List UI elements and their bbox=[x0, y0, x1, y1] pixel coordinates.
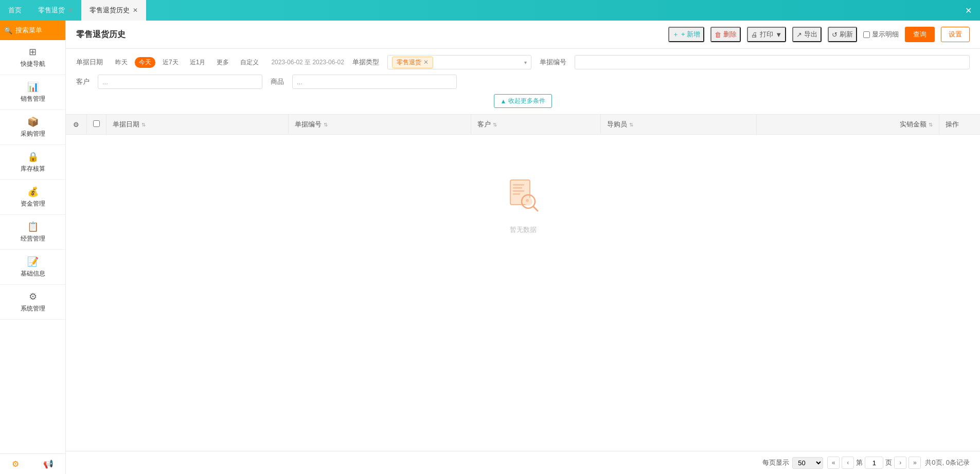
sidebar-settings-icon[interactable]: ⚙ bbox=[12, 459, 19, 469]
th-no[interactable]: 单据编号 ⇅ bbox=[289, 115, 471, 135]
date-today-btn[interactable]: 今天 bbox=[135, 57, 155, 68]
search-icon: 🔍 bbox=[4, 27, 12, 34]
page-nav: « ‹ 第 页 › » bbox=[827, 457, 921, 469]
export-icon: ↗ bbox=[796, 31, 802, 39]
sidebar-speaker-icon[interactable]: 📢 bbox=[43, 459, 54, 469]
page-size-dropdown[interactable]: 50 100 200 bbox=[792, 457, 823, 469]
tab-list: 首页 零售退货 ✕ 零售退货历史 ✕ bbox=[0, 0, 957, 21]
basic-info-icon: 📝 bbox=[27, 256, 39, 267]
page-total-text: 共0页, 0条记录 bbox=[925, 458, 970, 467]
page-title: 零售退货历史 bbox=[76, 29, 126, 40]
sidebar-item-quick-nav[interactable]: ⊞ 快捷导航 bbox=[0, 40, 65, 75]
table-body: 暂无数据 bbox=[66, 135, 980, 276]
svg-rect-2 bbox=[513, 187, 522, 189]
goods-select[interactable]: ... bbox=[292, 75, 457, 89]
show-detail-checkbox[interactable] bbox=[863, 31, 870, 38]
tab-retail-return-history-close[interactable]: ✕ bbox=[133, 7, 138, 14]
collapse-icon: ▲ bbox=[501, 98, 507, 105]
collapse-button[interactable]: ▲ 收起更多条件 bbox=[494, 94, 553, 108]
empty-illustration bbox=[503, 176, 544, 217]
th-guide[interactable]: 导购员 ⇅ bbox=[600, 115, 756, 135]
amount-sort-icon: ⇅ bbox=[929, 122, 933, 127]
settings-button[interactable]: 设置 bbox=[941, 27, 970, 42]
tab-retail-return-close[interactable]: ✕ bbox=[68, 7, 73, 14]
last-page-btn[interactable]: » bbox=[908, 457, 921, 469]
sidebar-item-operation-mgmt[interactable]: 📋 经营管理 bbox=[0, 215, 65, 250]
inventory-icon: 🔒 bbox=[27, 151, 39, 162]
tab-retail-return-history[interactable]: 零售退货历史 ✕ bbox=[81, 0, 146, 21]
main-layout: 🔍 搜索菜单 ⊞ 快捷导航 📊 销售管理 📦 采购管理 🔒 库存核算 💰 资金管… bbox=[0, 21, 980, 474]
first-page-btn[interactable]: « bbox=[827, 457, 840, 469]
date-label: 单据日期 bbox=[76, 58, 103, 67]
tab-retail-return[interactable]: 零售退货 ✕ bbox=[30, 0, 81, 21]
voucher-type-select[interactable]: 零售退货 ✕ ▾ bbox=[387, 55, 531, 69]
purchase-mgmt-icon: 📦 bbox=[27, 116, 39, 127]
date-7days-btn[interactable]: 近7天 bbox=[158, 57, 183, 68]
show-detail-checkbox-label[interactable]: 显示明细 bbox=[863, 30, 899, 39]
page-size-select: 每页显示 50 100 200 bbox=[762, 457, 823, 469]
content-area: 零售退货历史 ＋ + 新增 🗑 删除 🖨 打印 ▼ ↗ 导出 bbox=[66, 21, 980, 474]
settings-icon: ⚙ bbox=[73, 121, 79, 129]
next-page-btn[interactable]: › bbox=[894, 457, 906, 469]
export-button[interactable]: ↗ 导出 bbox=[792, 27, 822, 42]
quick-nav-icon: ⊞ bbox=[29, 46, 37, 58]
table-header: ⚙ 单据日期 ⇅ 单据编号 bbox=[66, 115, 980, 135]
guide-sort-icon: ⇅ bbox=[629, 122, 633, 127]
sidebar-item-sales-mgmt[interactable]: 📊 销售管理 bbox=[0, 75, 65, 110]
date-custom-btn[interactable]: 自定义 bbox=[236, 57, 263, 68]
th-amount[interactable]: 实销金额 ⇅ bbox=[756, 115, 939, 135]
sidebar-item-basic-info[interactable]: 📝 基础信息 bbox=[0, 250, 65, 285]
system-mgmt-icon: ⚙ bbox=[29, 291, 37, 302]
th-checkbox[interactable] bbox=[86, 115, 106, 135]
sidebar-item-inventory[interactable]: 🔒 库存核算 bbox=[0, 145, 65, 180]
voucher-type-label: 单据类型 bbox=[352, 58, 379, 67]
voucher-type-select-arrow: ▾ bbox=[524, 60, 527, 65]
select-all-checkbox[interactable] bbox=[93, 120, 100, 127]
sidebar-search[interactable]: 🔍 搜索菜单 bbox=[0, 21, 65, 40]
empty-text: 暂无数据 bbox=[510, 225, 537, 234]
date-range-text: 2023-06-02 至 2023-06-02 bbox=[271, 58, 344, 67]
window-close-button[interactable]: ✕ bbox=[957, 0, 980, 21]
print-button[interactable]: 🖨 打印 ▼ bbox=[747, 27, 786, 42]
svg-point-8 bbox=[526, 199, 529, 202]
th-date[interactable]: 单据日期 ⇅ bbox=[106, 115, 289, 135]
delete-button[interactable]: 🗑 删除 bbox=[710, 27, 741, 42]
date-sort-icon: ⇅ bbox=[141, 122, 146, 127]
voucher-type-tag: 零售退货 ✕ bbox=[392, 57, 433, 68]
new-button[interactable]: ＋ + 新增 bbox=[668, 27, 704, 42]
refresh-icon: ↺ bbox=[832, 31, 838, 39]
current-page-input[interactable] bbox=[865, 457, 883, 469]
data-table: ⚙ 单据日期 ⇅ 单据编号 bbox=[66, 115, 980, 276]
customer-placeholder: ... bbox=[102, 78, 108, 86]
date-more-btn[interactable]: 更多 bbox=[212, 57, 233, 68]
top-bar: 首页 零售退货 ✕ 零售退货历史 ✕ ✕ bbox=[0, 0, 980, 21]
operation-mgmt-icon: 📋 bbox=[27, 221, 39, 232]
date-1month-btn[interactable]: 近1月 bbox=[186, 57, 210, 68]
prev-page-btn[interactable]: ‹ bbox=[842, 457, 854, 469]
voucher-no-input[interactable] bbox=[575, 55, 970, 69]
th-settings[interactable]: ⚙ bbox=[66, 115, 86, 135]
print-dropdown-icon: ▼ bbox=[775, 31, 782, 39]
filter-area: 单据日期 昨天 今天 近7天 近1月 更多 自定义 2023-06-02 至 2… bbox=[66, 49, 980, 115]
sidebar-item-purchase-mgmt[interactable]: 📦 采购管理 bbox=[0, 110, 65, 145]
voucher-type-tag-close[interactable]: ✕ bbox=[423, 59, 429, 66]
th-customer[interactable]: 客户 ⇅ bbox=[471, 115, 600, 135]
customer-label: 客户 bbox=[76, 77, 90, 86]
print-icon: 🖨 bbox=[751, 31, 758, 39]
delete-icon: 🗑 bbox=[715, 31, 721, 39]
query-button[interactable]: 查询 bbox=[905, 27, 935, 42]
filter-row-1: 单据日期 昨天 今天 近7天 近1月 更多 自定义 2023-06-02 至 2… bbox=[76, 55, 970, 69]
svg-rect-3 bbox=[513, 190, 524, 192]
sidebar-item-finance-mgmt[interactable]: 💰 资金管理 bbox=[0, 180, 65, 215]
sidebar-item-system-mgmt[interactable]: ⚙ 系统管理 bbox=[0, 285, 65, 320]
th-action: 操作 bbox=[939, 115, 980, 135]
tab-home[interactable]: 首页 bbox=[0, 0, 30, 21]
date-yesterday-btn[interactable]: 昨天 bbox=[111, 57, 132, 68]
table-area: ⚙ 单据日期 ⇅ 单据编号 bbox=[66, 115, 980, 451]
refresh-button[interactable]: ↺ 刷新 bbox=[828, 27, 857, 42]
empty-state: 暂无数据 bbox=[66, 135, 980, 276]
svg-rect-4 bbox=[513, 193, 520, 195]
customer-select[interactable]: ... bbox=[98, 75, 262, 89]
sidebar: 🔍 搜索菜单 ⊞ 快捷导航 📊 销售管理 📦 采购管理 🔒 库存核算 💰 资金管… bbox=[0, 21, 66, 474]
customer-sort-icon: ⇅ bbox=[493, 122, 497, 127]
